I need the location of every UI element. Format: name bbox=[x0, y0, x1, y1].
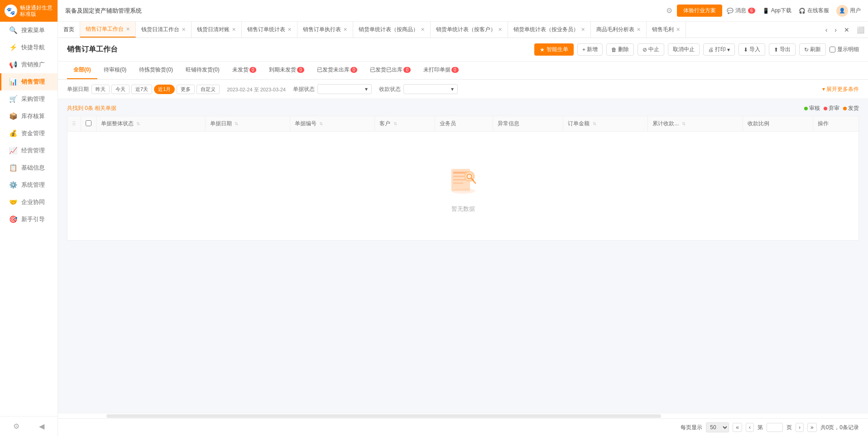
sub-tab-badge-shipped-not-out: 0 bbox=[350, 67, 358, 73]
sub-tab-all[interactable]: 全部(0) bbox=[67, 62, 97, 79]
date-btn-last1month[interactable]: 近1月 bbox=[154, 85, 175, 94]
prev-page-btn[interactable]: ‹ bbox=[746, 423, 754, 432]
tab-close-cash-reconcile[interactable]: ✕ bbox=[232, 27, 236, 33]
sub-tab-wangpu-ship[interactable]: 旺铺待发货(0) bbox=[179, 62, 226, 79]
tab-sales-stat[interactable]: 销售订单统计表✕ bbox=[242, 22, 297, 38]
tab-home[interactable]: 首页 bbox=[58, 22, 80, 38]
online-service-item[interactable]: 🎧 在线客服 bbox=[799, 7, 829, 14]
tab-close-all[interactable]: ✕ bbox=[840, 24, 853, 35]
tab-sales-stat-customer[interactable]: 销货单统计表（按客户）✕ bbox=[431, 22, 508, 38]
payment-select[interactable]: ▾ bbox=[403, 84, 458, 94]
refresh-btn[interactable]: ↻ 刷新 bbox=[799, 43, 826, 56]
sub-tab-shipped-out[interactable]: 已发货已出库0 bbox=[364, 62, 417, 79]
sub-tab-not-printed[interactable]: 未打印单据0 bbox=[417, 62, 465, 79]
tab-close-sales-stat[interactable]: ✕ bbox=[288, 27, 292, 33]
sub-tab-pending-inspect[interactable]: 待拣货验货(0) bbox=[133, 62, 179, 79]
sort-icon-amount[interactable]: ⇅ bbox=[593, 121, 596, 126]
tab-close-sales-stat-customer[interactable]: ✕ bbox=[498, 27, 502, 33]
ship-action-btn[interactable]: 发货 bbox=[843, 104, 859, 112]
show-detail-input[interactable] bbox=[830, 47, 835, 52]
sub-tab-shipped-not-out[interactable]: 已发货未出库0 bbox=[311, 62, 364, 79]
page-size-select[interactable]: 102050100 bbox=[706, 422, 729, 432]
date-btn-today[interactable]: 今天 bbox=[111, 85, 129, 94]
sort-icon-status[interactable]: ⇅ bbox=[136, 121, 140, 126]
message-item[interactable]: 💬 消息 6 bbox=[727, 7, 755, 14]
tab-close-sales-workbench[interactable]: ✕ bbox=[126, 26, 130, 32]
add-btn[interactable]: + 新增 bbox=[577, 43, 603, 56]
date-btn-yesterday[interactable]: 昨天 bbox=[91, 85, 110, 94]
tab-sales-stat-staff[interactable]: 销货单统计表（按业务员）✕ bbox=[508, 22, 591, 38]
horizontal-scrollbar[interactable] bbox=[106, 414, 661, 418]
date-btn-custom[interactable]: 自定义 bbox=[197, 85, 220, 94]
tab-sales-stat-product[interactable]: 销货单统计表（按商品）✕ bbox=[353, 22, 431, 38]
sidebar-item-system[interactable]: ⚙️系统管理 bbox=[0, 176, 58, 194]
stop-btn[interactable]: ⊘ 中止 bbox=[638, 43, 664, 56]
avatar: 👤 bbox=[836, 5, 848, 17]
sort-icon-collected[interactable]: ⇅ bbox=[682, 121, 686, 126]
review-dot bbox=[804, 107, 808, 110]
review-action-btn[interactable]: 审核 bbox=[804, 104, 820, 112]
tab-close-sales-exec[interactable]: ✕ bbox=[343, 27, 347, 33]
tab-close-sales-profit[interactable]: ✕ bbox=[676, 27, 680, 33]
collapse-icon[interactable]: ◀ bbox=[39, 422, 44, 431]
sidebar-item-sales[interactable]: 📊销售管理 bbox=[0, 73, 58, 90]
tab-close-sales-stat-staff[interactable]: ✕ bbox=[581, 27, 585, 33]
tab-expand[interactable]: ⬜ bbox=[853, 24, 868, 35]
tab-scroll-left[interactable]: ‹ bbox=[822, 24, 831, 35]
tab-nav-buttons: ‹ › ✕ ⬜ bbox=[822, 24, 868, 35]
trial-btn[interactable]: 体验行业方案 bbox=[677, 5, 722, 17]
tab-sales-exec[interactable]: 销售订单执行表✕ bbox=[297, 22, 353, 38]
import-btn[interactable]: ⬇ 导入 bbox=[739, 43, 765, 56]
app-download-item[interactable]: 📱 App下载 bbox=[762, 7, 791, 14]
tab-close-sales-stat-product[interactable]: ✕ bbox=[421, 27, 425, 33]
tab-label-home: 首页 bbox=[63, 26, 74, 33]
print-dropdown-icon: ▾ bbox=[727, 47, 730, 53]
show-detail-checkbox[interactable]: 显示明细 bbox=[830, 46, 859, 53]
sidebar-item-search[interactable]: 🔍搜索菜单 bbox=[0, 22, 58, 39]
tab-sales-workbench[interactable]: 销售订单工作台✕ bbox=[80, 22, 136, 38]
scroll-area[interactable] bbox=[58, 413, 868, 418]
select-all-checkbox[interactable] bbox=[86, 120, 91, 126]
tab-sales-profit[interactable]: 销售毛利✕ bbox=[647, 22, 686, 38]
sidebar-item-cooperation[interactable]: 🤝企业协同 bbox=[0, 194, 58, 211]
th-checkbox[interactable] bbox=[81, 116, 96, 132]
tab-close-margin-analysis[interactable]: ✕ bbox=[637, 27, 641, 33]
sidebar-item-finance[interactable]: 💰资金管理 bbox=[0, 125, 58, 142]
sidebar-item-operations[interactable]: 📈经营管理 bbox=[0, 142, 58, 159]
sidebar-item-guide[interactable]: 🎯新手引导 bbox=[0, 211, 58, 228]
cancel-review-action-btn[interactable]: 弃审 bbox=[824, 104, 839, 112]
cancel-stop-btn[interactable]: 取消中止 bbox=[668, 43, 700, 56]
sidebar-item-inventory[interactable]: 📦库存核算 bbox=[0, 108, 58, 125]
sidebar-item-quick-nav[interactable]: ⚡快捷导航 bbox=[0, 39, 58, 56]
tab-cash-reconcile[interactable]: 钱货日清对账✕ bbox=[192, 22, 242, 38]
sidebar-item-marketing[interactable]: 📢营销推广 bbox=[0, 56, 58, 73]
user-item[interactable]: 👤 用户 bbox=[836, 5, 861, 17]
tab-scroll-right[interactable]: › bbox=[831, 24, 840, 35]
sub-tab-overdue-ship[interactable]: 到期未发货0 bbox=[263, 62, 311, 79]
settings-icon[interactable]: ⚙ bbox=[13, 422, 19, 431]
sub-tab-not-shipped[interactable]: 未发货0 bbox=[226, 62, 263, 79]
sidebar-item-purchase[interactable]: 🛒采购管理 bbox=[0, 90, 58, 108]
table-header-row: ⠿ 单据整体状态 ⇅ 单据日期 ⇅ bbox=[67, 116, 859, 132]
sub-tab-pending-review[interactable]: 待审核(0) bbox=[97, 62, 133, 79]
page-number-input[interactable]: 1 bbox=[767, 423, 783, 432]
delete-btn[interactable]: 🗑 删除 bbox=[606, 43, 634, 56]
sort-icon-date[interactable]: ⇅ bbox=[235, 121, 238, 126]
export-btn[interactable]: ⬆ 导出 bbox=[769, 43, 796, 56]
tab-cash-daily[interactable]: 钱货日清工作台✕ bbox=[136, 22, 192, 38]
last-page-btn[interactable]: » bbox=[807, 423, 817, 432]
expand-filter-btn[interactable]: ▾ 展开更多条件 bbox=[822, 85, 859, 93]
print-btn[interactable]: 🖨 打印 ▾ bbox=[703, 43, 735, 56]
status-select[interactable]: ▾ bbox=[317, 84, 372, 94]
settings-gear-icon[interactable]: ⚙ bbox=[666, 6, 672, 15]
date-btn-more[interactable]: 更多 bbox=[177, 85, 195, 94]
first-page-btn[interactable]: « bbox=[733, 423, 742, 432]
next-page-btn[interactable]: › bbox=[796, 423, 804, 432]
sidebar-item-basic-info[interactable]: 📋基础信息 bbox=[0, 159, 58, 176]
smart-btn[interactable]: ★ 智能生单 bbox=[534, 43, 574, 56]
sort-icon-customer[interactable]: ⇅ bbox=[393, 121, 397, 126]
date-btn-last7[interactable]: 近7天 bbox=[131, 85, 152, 94]
tab-margin-analysis[interactable]: 商品毛利分析表✕ bbox=[591, 22, 647, 38]
sort-icon-number[interactable]: ⇅ bbox=[319, 121, 323, 126]
tab-close-cash-daily[interactable]: ✕ bbox=[182, 27, 186, 33]
